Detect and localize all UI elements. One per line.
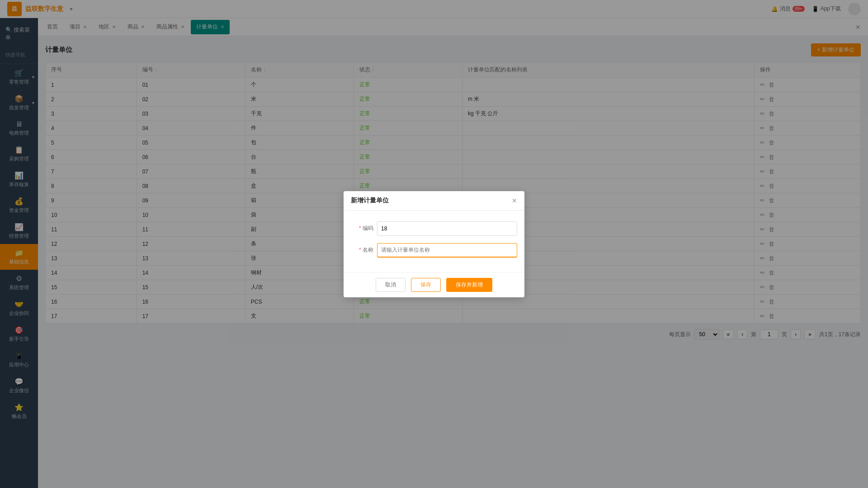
name-required-star: * xyxy=(359,247,361,253)
modal-footer: 取消 保存 保存并新增 xyxy=(344,272,524,297)
save-button[interactable]: 保存 xyxy=(411,278,441,292)
code-form-row: * 编码 xyxy=(351,221,517,236)
save-and-new-button[interactable]: 保存并新增 xyxy=(446,278,492,292)
name-label: * 名称 xyxy=(351,246,373,254)
required-star: * xyxy=(359,225,361,231)
modal-title: 新增计量单位 xyxy=(351,197,389,205)
code-input[interactable] xyxy=(377,221,517,236)
cancel-button[interactable]: 取消 xyxy=(376,278,406,292)
code-label: * 编码 xyxy=(351,225,373,232)
modal-header: 新增计量单位 ✕ xyxy=(344,191,524,211)
modal-close-button[interactable]: ✕ xyxy=(512,197,517,204)
modal-overlay[interactable]: 新增计量单位 ✕ * 编码 * 名称 取消 保存 保存并新增 xyxy=(0,0,868,488)
name-input[interactable] xyxy=(377,243,517,258)
name-form-row: * 名称 xyxy=(351,243,517,258)
modal-body: * 编码 * 名称 xyxy=(344,211,524,272)
add-unit-modal: 新增计量单位 ✕ * 编码 * 名称 取消 保存 保存并新增 xyxy=(344,191,524,297)
